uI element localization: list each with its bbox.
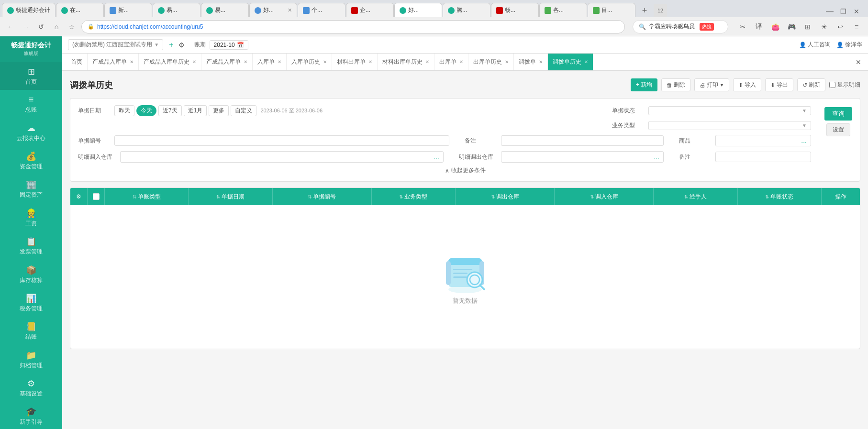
browser-tab-10[interactable]: 畅...	[491, 3, 539, 17]
browser-tab-11[interactable]: 各...	[539, 3, 587, 17]
page-tab-2-close[interactable]: ✕	[192, 59, 196, 65]
print-btn[interactable]: 🖨 打印 ▼	[694, 78, 729, 91]
collapse-bar[interactable]: ∧ 收起更多条件	[78, 166, 852, 175]
page-tab-4[interactable]: 入库单 ✕	[253, 54, 287, 71]
page-tab-3-close[interactable]: ✕	[244, 59, 247, 65]
minimize-btn[interactable]: —	[824, 6, 835, 17]
detail-out-select[interactable]: ...	[501, 151, 664, 163]
delete-btn[interactable]: 🗑 删除	[661, 78, 690, 91]
th-date[interactable]: ⇅ 单据日期	[189, 188, 272, 205]
page-tab-9-close[interactable]: ✕	[505, 59, 509, 65]
remark2-filter-input[interactable]	[715, 152, 811, 162]
sidebar-item-ledger[interactable]: ≡ 总账	[0, 90, 62, 118]
display-checkbox[interactable]	[829, 82, 835, 88]
date-btn-1month[interactable]: 近1月	[184, 105, 207, 116]
refresh-btn[interactable]: ↺ 刷新	[797, 78, 825, 91]
tab-count-badge[interactable]: 12	[654, 4, 667, 17]
page-tab-7[interactable]: 材料出库单历史 ✕	[378, 54, 434, 71]
menu-icon[interactable]: ≡	[850, 20, 863, 33]
display-switch[interactable]: 显示明细	[829, 81, 860, 89]
back-btn[interactable]: ←	[5, 21, 16, 33]
page-tab-5-close[interactable]: ✕	[323, 59, 327, 65]
user-btn[interactable]: 👤 徐泽华	[836, 41, 862, 49]
home-btn[interactable]: ⌂	[51, 21, 62, 33]
th-type[interactable]: ⇅ 单账类型	[105, 188, 189, 205]
undo-icon[interactable]: ↩	[834, 20, 847, 33]
tab-close-5[interactable]: ✕	[288, 7, 292, 13]
browser-tab-12[interactable]: 目...	[588, 3, 635, 17]
browser-tab-6[interactable]: 个...	[298, 3, 345, 17]
sidebar-item-wages[interactable]: 👷 工资	[0, 203, 62, 231]
close-btn[interactable]: ✕	[851, 6, 862, 17]
browser-search-bar[interactable]: 🔍 学霸应聘场驱鸟员 热搜	[633, 20, 728, 33]
export-btn[interactable]: ⬇ 导出	[765, 78, 793, 91]
date-btn-today[interactable]: 今天	[136, 105, 156, 116]
page-tab-11[interactable]: 调拨单历史 ✕	[548, 54, 593, 71]
page-tab-6-close[interactable]: ✕	[368, 59, 372, 65]
sidebar-item-closing[interactable]: 📒 结账	[0, 317, 62, 345]
th-out[interactable]: ⇅ 调出仓库	[456, 188, 555, 205]
page-tab-10-close[interactable]: ✕	[539, 59, 543, 65]
bookmark-btn[interactable]: ☆	[66, 21, 78, 33]
th-status[interactable]: ⇅ 单账状态	[738, 188, 822, 205]
reload-btn[interactable]: ↺	[35, 21, 47, 33]
close-all-tabs-btn[interactable]: ✕	[853, 56, 864, 68]
page-tab-5[interactable]: 入库单历史 ✕	[287, 54, 332, 71]
date-btn-7days[interactable]: 近7天	[158, 105, 182, 116]
page-tab-4-close[interactable]: ✕	[278, 59, 281, 65]
browser-tab-7[interactable]: 企...	[346, 3, 394, 17]
biz-type-select[interactable]: ▼	[648, 121, 811, 130]
sidebar-item-funds[interactable]: 💰 资金管理	[0, 146, 62, 175]
page-tab-10[interactable]: 调拨单 ✕	[514, 54, 548, 71]
page-tab-8[interactable]: 出库单 ✕	[434, 54, 468, 71]
game-icon[interactable]: 🎮	[785, 20, 798, 33]
browser-tab-4[interactable]: 易...	[201, 3, 249, 17]
th-biz[interactable]: ⇅ 业务类型	[372, 188, 456, 205]
add-company-btn[interactable]: +	[169, 41, 173, 49]
new-tab-btn[interactable]: +	[638, 4, 651, 17]
sidebar-item-cloud-report[interactable]: ☁ 云报表中心	[0, 118, 62, 146]
date-btn-yesterday[interactable]: 昨天	[114, 105, 134, 116]
import-btn[interactable]: ⬆ 导入	[733, 78, 761, 91]
sidebar-item-tax[interactable]: 📊 税务管理	[0, 288, 62, 317]
page-tab-1-close[interactable]: ✕	[130, 59, 134, 65]
number-filter-input[interactable]	[114, 135, 449, 146]
url-bar[interactable]: 🔒 https://cloud.chanjet.com/accounting/u…	[81, 20, 625, 33]
th-in[interactable]: ⇅ 调入仓库	[555, 188, 654, 205]
browser-tab-1[interactable]: 在...	[56, 3, 104, 17]
page-tab-11-close[interactable]: ✕	[584, 59, 588, 65]
service-btn[interactable]: 👤 人工咨询	[799, 41, 831, 49]
sidebar-item-settings[interactable]: ⚙ 基础设置	[0, 374, 62, 402]
th-checkbox[interactable]	[88, 188, 105, 205]
page-tab-9[interactable]: 出库单历史 ✕	[468, 54, 514, 71]
remark-filter-input[interactable]	[501, 135, 664, 146]
th-handler[interactable]: ⇅ 经手人	[654, 188, 737, 205]
extensions-icon[interactable]: ✂	[736, 20, 749, 33]
grid-icon[interactable]: ⊞	[801, 20, 814, 33]
forward-btn[interactable]: →	[20, 21, 32, 33]
page-tab-2[interactable]: 产成品入库单历史 ✕	[139, 54, 201, 71]
sidebar-item-assets[interactable]: 🏢 固定资产	[0, 175, 62, 203]
date-btn-custom[interactable]: 自定义	[231, 105, 256, 116]
sidebar-item-home[interactable]: ⊞ 首页	[0, 62, 62, 90]
filter-settings-btn[interactable]: 设置	[826, 123, 850, 136]
page-tab-6[interactable]: 材料出库单 ✕	[332, 54, 378, 71]
browser-tab-0[interactable]: 畅捷通好会计	[2, 3, 56, 17]
page-tab-1[interactable]: 产成品入库单 ✕	[88, 54, 139, 71]
page-tab-home[interactable]: 首页	[66, 54, 88, 71]
browser-tab-3[interactable]: 易...	[153, 3, 200, 17]
sidebar-item-archive[interactable]: 📁 归档管理	[0, 345, 62, 374]
page-tab-7-close[interactable]: ✕	[425, 59, 429, 65]
th-settings[interactable]: ⚙	[70, 188, 88, 205]
date-btn-more[interactable]: 更多	[209, 105, 229, 116]
th-number[interactable]: ⇅ 单据编号	[273, 188, 372, 205]
wallet-icon[interactable]: 👛	[768, 20, 782, 33]
browser-tab-8[interactable]: 好...	[394, 3, 442, 17]
period-value[interactable]: 2021-10 📅	[210, 40, 248, 50]
sidebar-item-guide[interactable]: 🎓 新手引导	[0, 402, 62, 429]
header-checkbox[interactable]	[93, 193, 100, 200]
page-tab-3[interactable]: 产成品入库单 ✕	[201, 54, 253, 71]
sidebar-item-inventory[interactable]: 📦 库存核算	[0, 260, 62, 288]
company-settings-icon[interactable]: ⚙	[178, 41, 185, 49]
browser-tab-2[interactable]: 新...	[104, 3, 152, 17]
